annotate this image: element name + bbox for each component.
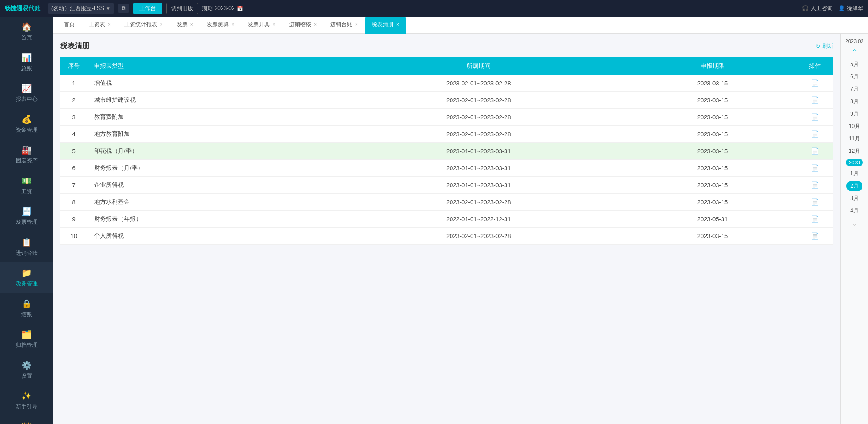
ledger-icon: 📊 (22, 53, 32, 63)
cell-no: 1 (60, 75, 88, 92)
ai-consult-btn[interactable]: 🎧 人工咨询 (802, 5, 833, 12)
sidebar-item-funds[interactable]: 💰 资金管理 (0, 109, 53, 139)
tab-invoice-issue-close[interactable]: × (273, 22, 275, 27)
date-panel-down-btn[interactable]: ⌄ (851, 219, 857, 228)
cell-deadline: 2023-03-15 (629, 143, 796, 160)
date-panel-month-3[interactable]: 3月 (841, 192, 868, 205)
date-panel-month-5[interactable]: 5月 (841, 58, 868, 71)
cell-type: 财务报表（月/季） (88, 160, 329, 177)
action-doc-icon[interactable]: 📄 (811, 96, 819, 104)
cell-deadline: 2023-03-15 (629, 228, 796, 245)
tab-purchase-ledger-close[interactable]: × (355, 22, 358, 27)
action-doc-icon[interactable]: 📄 (811, 147, 819, 155)
sidebar-label-invoice-mgmt: 发票管理 (16, 218, 38, 226)
action-doc-icon[interactable]: 📄 (811, 232, 819, 240)
sidebar-item-settings[interactable]: ⚙️ 设置 (0, 355, 53, 385)
date-panel-month-4[interactable]: 4月 (841, 205, 868, 217)
action-doc-icon[interactable]: 📄 (811, 113, 819, 121)
cell-action[interactable]: 📄 (796, 194, 833, 211)
date-panel-year-2023[interactable]: 2023 (846, 159, 862, 166)
company-selector[interactable]: (勿动）江西服宝-LSS ▼ (48, 3, 114, 14)
sidebar-item-purchase-sales[interactable]: 📋 进销台账 (0, 232, 53, 262)
tab-purchase-audit-close[interactable]: × (314, 22, 317, 27)
action-doc-icon[interactable]: 📄 (811, 198, 819, 206)
action-doc-icon[interactable]: 📄 (811, 215, 819, 223)
sidebar-item-archive[interactable]: 🗂️ 归档管理 (0, 324, 53, 355)
tab-salary-stats[interactable]: 工资统计报表 × (118, 17, 169, 34)
tab-invoice-issue[interactable]: 发票开具 × (241, 17, 282, 34)
sidebar-item-salary[interactable]: 💵 工资 (0, 170, 53, 201)
cell-no: 10 (60, 228, 88, 245)
cell-period: 2023-02-01~2023-02-28 (329, 109, 629, 126)
content-area: 首页 工资表 × 工资统计报表 × 发票 × 发票测算 × 发票开具 × (53, 17, 868, 424)
tab-salary-table[interactable]: 工资表 × (82, 17, 117, 34)
tab-purchase-ledger[interactable]: 进销台账 × (324, 17, 364, 34)
date-panel-month-12[interactable]: 12月 (841, 145, 868, 157)
refresh-button[interactable]: ↻ 刷新 (816, 42, 833, 50)
tab-invoice[interactable]: 发票 × (170, 17, 200, 34)
date-panel-up-btn[interactable]: ⌃ (851, 48, 857, 56)
tab-invoice-close[interactable]: × (190, 22, 193, 27)
tab-invoice-calc[interactable]: 发票测算 × (200, 17, 241, 34)
date-panel-month-8[interactable]: 8月 (841, 95, 868, 108)
cell-period: 2023-02-01~2023-02-28 (329, 194, 629, 211)
cell-period: 2022-01-01~2022-12-31 (329, 211, 629, 228)
action-doc-icon[interactable]: 📄 (811, 181, 819, 189)
tab-purchase-audit[interactable]: 进销稽核 × (283, 17, 323, 34)
cell-no: 3 (60, 109, 88, 126)
date-panel-month-11[interactable]: 11月 (841, 133, 868, 145)
table-row: 1增值税2023-02-01~2023-02-282023-03-15📄 (60, 75, 833, 92)
date-panel-month-1[interactable]: 1月 (841, 167, 868, 180)
action-doc-icon[interactable]: 📄 (811, 130, 819, 138)
cell-action[interactable]: 📄 (796, 126, 833, 143)
cell-action[interactable]: 📄 (796, 177, 833, 194)
cell-action[interactable]: 📄 (796, 92, 833, 109)
cell-action[interactable]: 📄 (796, 211, 833, 228)
calendar-icon[interactable]: 📅 (237, 6, 243, 11)
copy-icon-btn[interactable]: ⧉ (118, 4, 129, 13)
date-panel-month-7[interactable]: 7月 (841, 83, 868, 95)
date-panel-month-9[interactable]: 9月 (841, 108, 868, 120)
table-header-row: 序号 申报表类型 所属期间 申报期限 操作 (60, 57, 833, 75)
tab-home[interactable]: 首页 (57, 17, 81, 34)
tab-home-label: 首页 (64, 21, 75, 28)
cell-action[interactable]: 📄 (796, 160, 833, 177)
tab-tax-register[interactable]: 税表清册 × (365, 17, 406, 34)
tab-tax-register-label: 税表清册 (372, 21, 394, 28)
tab-tax-register-close[interactable]: × (396, 22, 399, 27)
switch-old-button[interactable]: 切到旧版 (166, 3, 198, 14)
cell-no: 4 (60, 126, 88, 143)
col-type: 申报表类型 (88, 57, 329, 75)
cell-action[interactable]: 📄 (796, 143, 833, 160)
tab-salary-table-close[interactable]: × (108, 22, 111, 27)
sidebar-item-ledger[interactable]: 📊 总账 (0, 47, 53, 78)
sidebar-item-reports[interactable]: 📈 报表中心 (0, 78, 53, 109)
tab-invoice-calc-close[interactable]: × (232, 22, 234, 27)
date-panel-month-10[interactable]: 10月 (841, 120, 868, 133)
reports-icon: 📈 (22, 84, 32, 94)
table-row: 7企业所得税2023-01-01~2023-03-312023-03-15📄 (60, 177, 833, 194)
sidebar-item-home[interactable]: 🏠 首页 (0, 17, 53, 47)
cell-period: 2023-02-01~2023-02-28 (329, 126, 629, 143)
cell-action[interactable]: 📄 (796, 228, 833, 245)
date-panel-month-2-active[interactable]: 2月 (846, 181, 862, 191)
sidebar-item-tax[interactable]: 📁 税务管理 (0, 262, 53, 293)
action-doc-icon[interactable]: 📄 (811, 79, 819, 87)
main-panel: 税表清册 ↻ 刷新 序号 申报表类型 所属期间 申报期限 操作 (53, 34, 840, 424)
cell-action[interactable]: 📄 (796, 109, 833, 126)
sidebar-item-close[interactable]: 🔒 结账 (0, 293, 53, 324)
sidebar-item-guide[interactable]: ✨ 新手引导 (0, 385, 53, 416)
action-doc-icon[interactable]: 📄 (811, 164, 819, 172)
user-menu[interactable]: 👤 徐泽华 (838, 5, 863, 12)
cell-deadline: 2023-03-15 (629, 75, 796, 92)
tab-salary-stats-close[interactable]: × (160, 22, 163, 27)
table-row: 4地方教育附加2023-02-01~2023-02-282023-03-15📄 (60, 126, 833, 143)
topbar-right: 🎧 人工咨询 👤 徐泽华 (802, 5, 863, 12)
content-with-panel: 税表清册 ↻ 刷新 序号 申报表类型 所属期间 申报期限 操作 (53, 34, 868, 424)
workbench-button[interactable]: 工作台 (133, 3, 162, 14)
date-panel-month-6[interactable]: 6月 (841, 71, 868, 83)
sidebar-item-invoice-mgmt[interactable]: 🧾 发票管理 (0, 201, 53, 232)
sidebar-item-assets[interactable]: 🏭 固定资产 (0, 139, 53, 170)
cell-action[interactable]: 📄 (796, 75, 833, 92)
sidebar-item-member[interactable]: 👑 畅会员 (0, 416, 53, 424)
